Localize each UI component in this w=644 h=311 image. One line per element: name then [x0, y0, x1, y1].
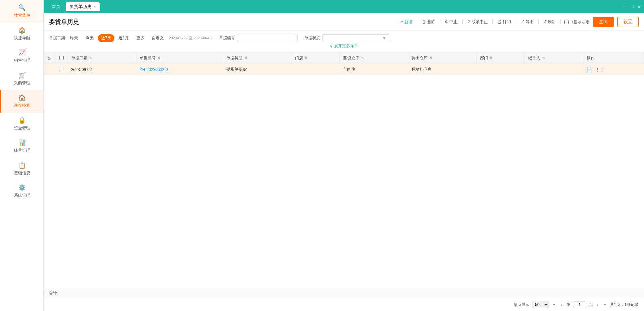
- row-number-link[interactable]: YH-20230602-0: [140, 67, 168, 72]
- sidebar-item-basic-info[interactable]: 📋基础信息: [0, 158, 43, 180]
- first-page-btn[interactable]: «: [552, 302, 557, 308]
- checkbox-col-header: [56, 53, 68, 64]
- col-out-warehouse[interactable]: 待出仓库 ⇅: [408, 53, 477, 64]
- refresh-button[interactable]: ↺ 刷新: [542, 18, 557, 26]
- col-out-warehouse-sort-icon: ⇅: [430, 56, 432, 60]
- status-select[interactable]: ▼: [322, 34, 389, 42]
- table-settings-icon[interactable]: ⚙: [47, 56, 51, 61]
- col-dept[interactable]: 部门 ⇅: [476, 53, 525, 64]
- sidebar-item-search-menu[interactable]: 🔍搜索菜单: [0, 0, 43, 23]
- pagination: 每页显示 50 10 20 100 « ‹ 第 页 › » 共1页，1条记录: [44, 298, 644, 311]
- sidebar-icon-sales: 📈: [18, 49, 26, 56]
- toolbar: + 新增 🗑 删除 ⊘ 中止 ⊘ 取消中止 🖨 打印 ↗ 导出 ↺ 刷新 □ 显…: [399, 17, 639, 27]
- home-tab-label: 首页: [52, 4, 60, 10]
- date-buttons: 昨天今天近7天近1月更多自定义: [67, 34, 167, 42]
- doc-number-input[interactable]: [237, 34, 298, 42]
- filter-row-1: 单据日期 昨天今天近7天近1月更多自定义 2023-05-27 至 2023-0…: [49, 34, 639, 42]
- settings-col-header: ⚙: [44, 53, 56, 64]
- sidebar-item-sales[interactable]: 📈销售管理: [0, 45, 43, 68]
- display-detail-checkbox[interactable]: □ 显示明细: [564, 19, 590, 25]
- date-filter-label: 单据日期: [49, 35, 65, 41]
- sidebar-item-finance[interactable]: 🔒资金管理: [0, 113, 43, 135]
- display-detail-input[interactable]: [564, 20, 569, 24]
- sidebar-item-system[interactable]: ⚙️系统管理: [0, 180, 43, 203]
- col-req-warehouse-sort-icon: ⇅: [361, 56, 364, 60]
- status-dropdown-icon: ▼: [382, 36, 386, 41]
- total-label: 合计:: [49, 290, 58, 296]
- status-label: 单据状态: [304, 35, 320, 41]
- date-btn-昨天[interactable]: 昨天: [67, 34, 81, 42]
- col-req-warehouse[interactable]: 要货仓库 ⇅: [340, 53, 408, 64]
- window-close-icon[interactable]: ×: [637, 4, 640, 9]
- col-date-sort-icon: ⇅: [89, 56, 92, 60]
- col-handler-sort-icon: ⇅: [542, 56, 545, 60]
- col-date[interactable]: 单据日期 ⇅: [68, 53, 136, 64]
- page-label: 页: [589, 302, 593, 308]
- sidebar-icon-basic-info: 📋: [18, 162, 26, 169]
- sidebar-item-operations[interactable]: 📊经营管理: [0, 135, 43, 158]
- doc-number-label: 单据编号: [219, 35, 235, 41]
- sidebar-item-quick-nav[interactable]: 🏠快捷导航: [0, 23, 43, 45]
- close-tab-icon[interactable]: ×: [94, 5, 96, 9]
- sidebar-label-search-menu: 搜索菜单: [14, 13, 30, 18]
- date-btn-今天[interactable]: 今天: [83, 34, 97, 42]
- date-btn-近1月[interactable]: 近1月: [116, 34, 132, 42]
- window-max-icon[interactable]: □: [631, 4, 634, 9]
- col-handler[interactable]: 经手人 ⇅: [525, 53, 583, 64]
- select-all-checkbox[interactable]: [59, 56, 64, 60]
- date-btn-更多[interactable]: 更多: [133, 34, 147, 42]
- last-page-btn[interactable]: »: [602, 302, 607, 308]
- col-store-sort-icon: ⇅: [305, 56, 307, 60]
- settings-button[interactable]: 设置: [617, 17, 639, 27]
- new-button[interactable]: + 新增: [399, 18, 414, 26]
- col-action: 操作: [583, 53, 644, 64]
- col-type-sort-icon: ⇅: [245, 56, 247, 60]
- prev-page-btn[interactable]: ‹: [559, 302, 564, 308]
- tab-home[interactable]: 首页: [48, 2, 64, 11]
- query-button[interactable]: 查询: [593, 17, 614, 27]
- table-body: 2023-06-02 YH-20230602-0 要货单要货 车间库 原材料仓库…: [44, 64, 644, 75]
- sidebar-icon-search-menu: 🔍: [18, 4, 26, 11]
- page-number-input[interactable]: [573, 301, 586, 308]
- topbar: 首页 要货单历史 × — □ ×: [44, 0, 644, 13]
- content-area: 要货单历史 + 新增 🗑 删除 ⊘ 中止 ⊘ 取消中止 🖨 打印 ↗ 导出 ↺ …: [44, 13, 644, 311]
- filter-docnumber-group: 单据编号: [219, 34, 298, 42]
- print-button[interactable]: 🖨 打印: [496, 18, 512, 26]
- sidebar-item-purchase[interactable]: 🛒采购管理: [0, 68, 43, 90]
- sidebar-label-sales: 销售管理: [14, 58, 30, 63]
- page-size-select[interactable]: 50 10 20 100: [532, 301, 549, 308]
- row-req-warehouse: 车间库: [340, 64, 408, 75]
- delete-button[interactable]: 🗑 删除: [421, 18, 436, 26]
- row-select[interactable]: [59, 67, 63, 71]
- active-tab-label: 要货单历史: [70, 4, 92, 10]
- sidebar-label-quick-nav: 快捷导航: [14, 35, 30, 41]
- data-table: ⚙ 单据日期 ⇅ 单据编号 ⇅: [44, 53, 644, 75]
- sidebar-icon-system: ⚙️: [18, 184, 26, 191]
- sidebar-label-system: 系统管理: [14, 193, 30, 198]
- total-info: 共1页，1条记录: [610, 302, 639, 308]
- row-more-icon[interactable]: ⋮⋮: [595, 67, 604, 72]
- next-page-btn[interactable]: ›: [596, 302, 600, 308]
- tab-active[interactable]: 要货单历史 ×: [66, 2, 100, 11]
- expand-more-btn[interactable]: ∨ 展开更多条件: [49, 43, 639, 49]
- row-edit-icon[interactable]: 📄: [587, 67, 592, 72]
- suspend-button[interactable]: ⊘ 中止: [444, 18, 459, 26]
- row-store: [291, 64, 340, 75]
- cancel-suspend-button[interactable]: ⊘ 取消中止: [466, 18, 489, 26]
- col-type[interactable]: 单据类型 ⇅: [223, 53, 291, 64]
- row-checkbox: [56, 64, 68, 75]
- export-button[interactable]: ↗ 导出: [519, 18, 535, 26]
- date-btn-近7天[interactable]: 近7天: [98, 34, 114, 42]
- col-store[interactable]: 门店 ⇅: [291, 53, 340, 64]
- col-date-label: 单据日期: [71, 56, 88, 60]
- col-store-label: 门店: [295, 56, 303, 60]
- col-number-label: 单据编号: [140, 56, 156, 60]
- col-dept-label: 部门: [480, 56, 488, 60]
- date-range-display: 2023-05-27 至 2023-06-02: [169, 36, 212, 41]
- table-container: ⚙ 单据日期 ⇅ 单据编号 ⇅: [44, 53, 644, 288]
- expand-more-label: 展开更多条件: [334, 43, 358, 49]
- date-btn-自定义[interactable]: 自定义: [149, 34, 167, 42]
- sidebar-item-inventory[interactable]: 🏠库存核算: [0, 90, 43, 113]
- window-min-icon[interactable]: —: [623, 4, 627, 9]
- col-number[interactable]: 单据编号 ⇅: [136, 53, 223, 64]
